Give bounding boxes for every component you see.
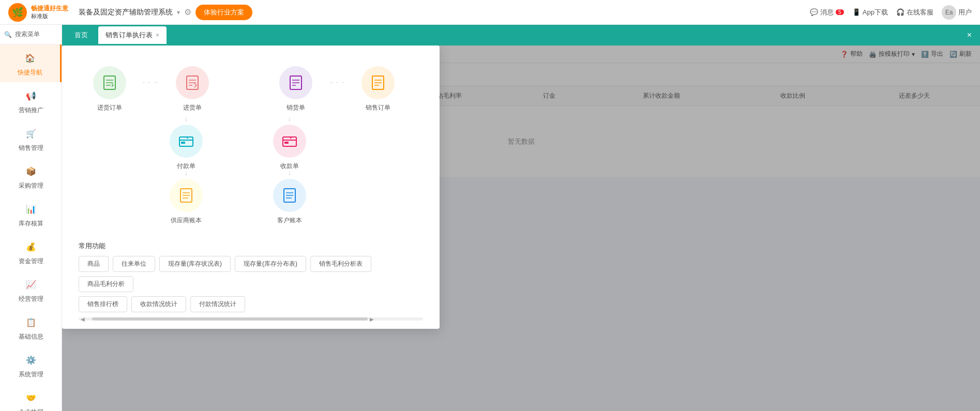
user-item[interactable]: Ea 用户	[942, 5, 972, 20]
popup-overlay[interactable]: 进货订单 - - →	[62, 45, 980, 411]
func-btn-stock-dist[interactable]: 现存量(库存分布表)	[235, 256, 306, 272]
flow-node-customer-ledger[interactable]: 客户账本	[259, 179, 321, 225]
sidebar-item-quick-nav[interactable]: 🏠 快捷导航	[0, 44, 62, 82]
sidebar-item-label: 系统管理	[19, 370, 43, 379]
purchase-icon: 📦	[23, 163, 39, 179]
purchase-order-circle	[93, 66, 126, 99]
purchase-order-icon	[100, 73, 119, 92]
app-download-item[interactable]: 📱 App下载	[852, 8, 888, 17]
arrow-down-receipt-2: ↓	[259, 169, 321, 177]
message-icon: 💬	[810, 8, 818, 16]
flow-node-supplier-ledger[interactable]: 供应商账本	[155, 179, 217, 225]
user-avatar: Ea	[942, 5, 956, 20]
tab-home[interactable]: 首页	[66, 26, 96, 44]
sidebar-item-label: 企业协同	[19, 408, 43, 411]
system-dropdown-btn[interactable]: ▾	[177, 9, 180, 16]
flow-col-payment: ↓ ¥	[155, 116, 217, 225]
enterprise-icon: 🤝	[23, 389, 39, 406]
svg-text:¥: ¥	[186, 135, 189, 140]
sidebar-item-label: 快捷导航	[18, 68, 42, 77]
flow-diagram: 进货订单 - - →	[79, 58, 423, 233]
sidebar-item-label: 采购管理	[19, 181, 43, 190]
func-btn-partner[interactable]: 往来单位	[113, 256, 155, 272]
function-btns-row2: 销售排行榜 收款情况统计 付款情况统计	[79, 296, 423, 312]
system-title: 装备及固定资产辅助管理系统	[79, 8, 173, 17]
flow-node-payment[interactable]: ¥ 付款单	[155, 125, 217, 171]
popup-scrollbar[interactable]: ◀ ▶	[79, 317, 423, 321]
flow-node-sales-order[interactable]: 销售订单	[347, 66, 409, 112]
common-title: 常用功能	[79, 241, 423, 251]
sales-order-icon	[369, 73, 387, 92]
operation-icon: 📈	[23, 276, 39, 293]
content-area: 首页 销售订单执行表 × × ❓ 帮助 🖨️ 按模板打印 ▾	[62, 25, 980, 411]
function-btns-row1: 商品 往来单位 现存量(库存状况表) 现存量(库存分布表) 销售毛利分析表 商品…	[79, 256, 423, 292]
app-icon: 📱	[852, 8, 861, 16]
receipt-circle: ¥	[273, 125, 306, 158]
app-label: App下载	[863, 8, 888, 17]
func-btn-sales-rank[interactable]: 销售排行榜	[79, 296, 127, 312]
func-btn-product[interactable]: 商品	[79, 256, 109, 272]
sidebar-item-marketing[interactable]: 📢 营销推广	[0, 82, 62, 120]
scroll-left-btn[interactable]: ◀	[79, 316, 87, 322]
func-btn-stock-status[interactable]: 现存量(库存状况表)	[159, 256, 231, 272]
tab-sales-order[interactable]: 销售订单执行表 ×	[98, 26, 167, 44]
purchase-receipt-label: 进货单	[183, 103, 202, 112]
func-btn-product-gross[interactable]: 商品毛利分析	[79, 276, 133, 292]
header-right: 💬 消息 5 📱 App下载 🎧 在线客服 Ea 用户	[810, 5, 972, 20]
sidebar-item-label: 基础信息	[19, 332, 43, 341]
flow-col-purchase-order: 进货订单	[79, 66, 141, 112]
flow-mid-section: ↓ ¥	[79, 116, 423, 225]
customer-ledger-icon	[280, 186, 299, 205]
flow-col-sales-order: 销售订单	[347, 66, 409, 112]
flow-node-purchase-receipt[interactable]: 进货单	[161, 66, 223, 112]
tabs-bar: 首页 销售订单执行表 × ×	[62, 25, 980, 45]
sidebar-item-inventory[interactable]: 📊 库存核算	[0, 195, 62, 233]
sales-bill-label: 销货单	[287, 103, 305, 112]
sidebar-item-purchase[interactable]: 📦 采购管理	[0, 158, 62, 195]
func-btn-payment-stat[interactable]: 付款情况统计	[190, 296, 245, 312]
flow-node-receipt[interactable]: ¥ 收款单	[259, 125, 321, 171]
sidebar-item-basic[interactable]: 📋 基础信息	[0, 309, 62, 346]
tab-label: 销售订单执行表	[105, 31, 153, 40]
scroll-right-btn[interactable]: ▶	[368, 316, 376, 322]
flow-col-sales-bill: 销货单	[265, 66, 327, 112]
header: 🌿 畅捷通好生意 标准版 装备及固定资产辅助管理系统 ▾ ⚙ 体验行业方案 💬 …	[0, 0, 980, 25]
func-btn-receipt-stat[interactable]: 收款情况统计	[131, 296, 186, 312]
sidebar-item-finance[interactable]: 💰 资金管理	[0, 233, 62, 271]
sales-bill-icon	[287, 73, 305, 92]
sales-bill-circle	[279, 66, 312, 99]
header-middle: 装备及固定资产辅助管理系统 ▾ ⚙ 体验行业方案	[70, 5, 810, 20]
customer-ledger-circle	[273, 179, 306, 212]
sidebar-item-label: 资金管理	[19, 257, 43, 266]
sidebar-search[interactable]: 🔍 搜索菜单	[0, 25, 62, 44]
main-layout: 🔍 搜索菜单 🏠 快捷导航 📢 营销推广 🛒 销售管理 📦 采购管理 📊 库存核…	[0, 25, 980, 411]
sidebar-item-enterprise[interactable]: 🤝 企业协同	[0, 384, 62, 411]
flow-col-receipt: ↓ ¥	[259, 116, 321, 225]
gear-btn[interactable]: ⚙	[184, 7, 191, 17]
flow-col-purchase-receipt: 进货单	[161, 66, 223, 112]
message-item[interactable]: 💬 消息 5	[810, 8, 844, 17]
payment-icon: ¥	[177, 132, 195, 150]
close-window-btn[interactable]: ×	[963, 28, 976, 42]
trial-btn[interactable]: 体验行业方案	[195, 5, 252, 20]
sales-order-circle	[361, 66, 395, 99]
flow-node-purchase-order[interactable]: 进货订单	[79, 66, 141, 112]
service-item[interactable]: 🎧 在线客服	[896, 8, 933, 17]
flow-node-sales-bill[interactable]: 销货单	[265, 66, 327, 112]
sales-icon: 🛒	[23, 125, 39, 142]
tab-close-btn[interactable]: ×	[156, 32, 159, 39]
sales-order-label: 销售订单	[366, 103, 390, 112]
finance-icon: 💰	[23, 238, 39, 255]
message-label: 消息	[820, 8, 834, 17]
sidebar-item-sales[interactable]: 🛒 销售管理	[0, 120, 62, 158]
svg-text:¥: ¥	[289, 135, 292, 140]
sidebar-item-system[interactable]: ⚙️ 系统管理	[0, 346, 62, 384]
brand-name: 畅捷通好生意	[31, 5, 68, 13]
receipt-icon: ¥	[280, 132, 299, 150]
basic-icon: 📋	[23, 314, 39, 330]
func-btn-sales-gross[interactable]: 销售毛利分析表	[310, 256, 371, 272]
inventory-icon: 📊	[23, 201, 39, 217]
scroll-thumb	[92, 317, 368, 321]
page-content: ❓ 帮助 🖨️ 按模板打印 ▾ ⬆️ 导出 🔄 刷新	[62, 45, 980, 411]
sidebar-item-operation[interactable]: 📈 经营管理	[0, 271, 62, 309]
